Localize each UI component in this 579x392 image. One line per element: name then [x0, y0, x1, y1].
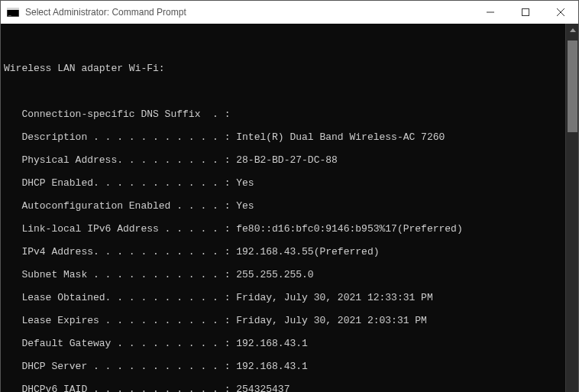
window-title: Select Administrator: Command Prompt — [25, 7, 186, 18]
close-button[interactable] — [543, 1, 578, 24]
row-lease-expires: Lease Expires . . . . . . . . . . : Frid… — [4, 315, 565, 326]
row-subnet-mask: Subnet Mask . . . . . . . . . . . : 255.… — [4, 269, 565, 280]
minimize-button[interactable] — [473, 1, 508, 24]
row-dhcpv6-iaid: DHCPv6 IAID . . . . . . . . . . . : 2543… — [4, 384, 565, 392]
terminal-area: Wireless LAN adapter Wi-Fi: Connection-s… — [1, 24, 578, 392]
row-ipv4-address: IPv4 Address. . . . . . . . . . . : 192.… — [4, 246, 565, 258]
row-link-local-ipv6: Link-local IPv6 Address . . . . . : fe80… — [4, 223, 565, 235]
maximize-button[interactable] — [508, 1, 543, 24]
row-autoconfiguration: Autoconfiguration Enabled . . . . : Yes — [4, 200, 565, 212]
vertical-scrollbar[interactable] — [565, 24, 578, 392]
row-dns-suffix: Connection-specific DNS Suffix . : — [4, 109, 565, 120]
svg-marker-7 — [570, 28, 576, 32]
row-default-gateway: Default Gateway . . . . . . . . . : 192.… — [4, 338, 565, 349]
terminal-output[interactable]: Wireless LAN adapter Wi-Fi: Connection-s… — [1, 24, 565, 392]
wifi-header: Wireless LAN adapter Wi-Fi: — [4, 63, 565, 74]
row-dhcp-server: DHCP Server . . . . . . . . . . . : 192.… — [4, 361, 565, 372]
scrollbar-thumb[interactable] — [568, 40, 577, 132]
row-physical-address: Physical Address. . . . . . . . . : 28-B… — [4, 154, 565, 166]
row-dhcp-enabled: DHCP Enabled. . . . . . . . . . . : Yes — [4, 177, 565, 189]
titlebar[interactable]: _ Select Administrator: Command Prompt — [1, 1, 578, 24]
row-lease-obtained: Lease Obtained. . . . . . . . . . : Frid… — [4, 292, 565, 303]
scroll-up-arrow-icon[interactable] — [566, 24, 579, 37]
command-prompt-window: _ Select Administrator: Command Prompt W… — [0, 0, 579, 392]
svg-rect-4 — [522, 9, 529, 16]
svg-text:_: _ — [8, 11, 11, 17]
cmd-icon: _ — [7, 7, 19, 18]
svg-rect-1 — [7, 8, 19, 10]
row-description: Description . . . . . . . . . . . : Inte… — [4, 131, 565, 143]
